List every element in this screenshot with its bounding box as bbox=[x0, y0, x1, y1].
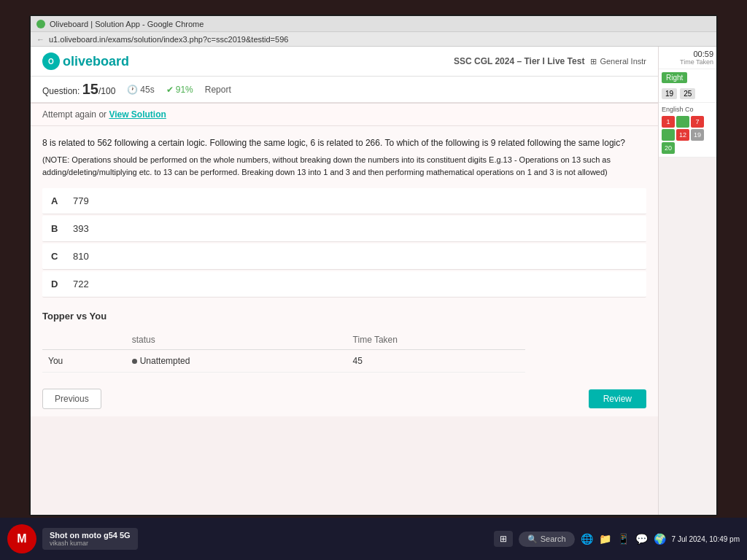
exam-title: SSC CGL 2024 – Tier I Live Test bbox=[454, 56, 584, 66]
option-value-c: 810 bbox=[73, 251, 89, 262]
english-section: English Co 1 7 12 19 20 bbox=[659, 103, 716, 158]
search-icon: 🔍 bbox=[527, 534, 538, 544]
taskbar-icons: 🌐 📁 📱 💬 🌍 bbox=[581, 533, 666, 545]
colored-boxes: 1 7 12 19 20 bbox=[662, 116, 713, 154]
option-letter-c: C bbox=[51, 251, 61, 262]
clock-icon: 🕐 bbox=[127, 85, 138, 95]
browser-addressbar: ← u1.oliveboard.in/exams/solution/index3… bbox=[31, 32, 716, 47]
taskbar-icon-3: 📱 bbox=[617, 533, 630, 545]
address-bar-text[interactable]: u1.oliveboard.in/exams/solution/index3.p… bbox=[49, 35, 288, 44]
options-area: A 779 B 393 C 810 D 722 bbox=[31, 185, 658, 302]
previous-button[interactable]: Previous bbox=[42, 389, 101, 409]
total-questions: 100 bbox=[101, 86, 115, 96]
question-note: (NOTE: Operations should be performed on… bbox=[42, 154, 646, 178]
right-stats: Right 19 25 bbox=[659, 69, 716, 103]
logo-text: oliveboard bbox=[63, 54, 129, 69]
right-label: Right bbox=[662, 72, 687, 83]
row-status: Unattempted bbox=[126, 350, 347, 373]
taskbar-time: 7 Jul 2024, 10:49 pm bbox=[672, 535, 740, 543]
taskbar-icon-5: 🌍 bbox=[654, 533, 666, 545]
row-label: You bbox=[42, 350, 126, 373]
num-box-2: 25 bbox=[680, 88, 695, 99]
option-letter-a: A bbox=[51, 195, 61, 206]
content-area: O oliveboard SSC CGL 2024 – Tier I Live … bbox=[31, 47, 716, 515]
review-button[interactable]: Review bbox=[589, 389, 646, 408]
taskbar-icon-2: 📁 bbox=[599, 533, 611, 545]
right-numbers: 19 25 bbox=[662, 88, 713, 99]
question-bar: Question: 15/100 🕐 45s ✔ 91% Report bbox=[31, 77, 658, 103]
topper-title: Topper vs You bbox=[42, 311, 646, 322]
view-solution-link[interactable]: View Solution bbox=[109, 109, 166, 120]
taskbar-search[interactable]: 🔍 Search bbox=[519, 532, 575, 547]
option-row-d[interactable]: D 722 bbox=[42, 271, 646, 298]
start-button[interactable]: ⊞ bbox=[494, 531, 513, 547]
timer-value: 45s bbox=[140, 85, 154, 95]
grid-icon: ⊞ bbox=[590, 57, 597, 66]
app-header: O oliveboard SSC CGL 2024 – Tier I Live … bbox=[31, 47, 658, 77]
right-timer-value: 00:59 bbox=[662, 50, 713, 58]
cbox-5: 12 bbox=[676, 129, 689, 141]
right-timer-label: Time Taken bbox=[662, 58, 713, 66]
taskbar-icon-1: 🌐 bbox=[581, 533, 593, 545]
motorola-logo: M bbox=[7, 524, 36, 553]
browser-titlebar: Oliveboard | Solution App - Google Chrom… bbox=[31, 16, 716, 32]
back-arrow-icon[interactable]: ← bbox=[36, 35, 44, 44]
question-main-text: 8 is related to 562 following a certain … bbox=[42, 136, 646, 149]
snapshot-subtitle: vikash kumar bbox=[50, 540, 131, 547]
english-label: English Co bbox=[662, 106, 713, 113]
right-panel: > 00:59 Time Taken Right 19 25 English C… bbox=[658, 47, 716, 515]
accuracy-badge: ✔ 91% bbox=[166, 85, 193, 95]
browser-tab-title: Oliveboard | Solution App - Google Chrom… bbox=[50, 20, 204, 28]
option-row-b[interactable]: B 393 bbox=[42, 216, 646, 242]
report-link[interactable]: Report bbox=[205, 85, 231, 95]
logo-area: O oliveboard bbox=[42, 52, 129, 70]
taskbar-icon-4: 💬 bbox=[635, 533, 648, 545]
attempt-bar: Attempt again or View Solution bbox=[31, 103, 658, 126]
cbox-4 bbox=[662, 129, 675, 141]
logo-icon: O bbox=[42, 52, 60, 70]
cbox-2 bbox=[676, 116, 689, 128]
timer-section: 00:59 Time Taken bbox=[659, 47, 716, 69]
topper-table: status Time Taken You Unattempted 45 bbox=[42, 330, 525, 373]
current-question-number: 15 bbox=[82, 81, 98, 97]
option-value-a: 779 bbox=[73, 195, 89, 206]
general-instr-button[interactable]: ⊞ General Instr bbox=[590, 57, 646, 66]
question-text: 8 is related to 562 following a certain … bbox=[31, 126, 658, 185]
check-icon: ✔ bbox=[166, 85, 174, 95]
num-box-1: 19 bbox=[662, 88, 677, 99]
main-panel: O oliveboard SSC CGL 2024 – Tier I Live … bbox=[31, 47, 658, 515]
browser-favicon bbox=[36, 20, 45, 28]
general-instr-label: General Instr bbox=[600, 57, 646, 66]
option-value-b: 393 bbox=[73, 223, 89, 234]
status-dot bbox=[132, 359, 137, 364]
option-row-a[interactable]: A 779 bbox=[42, 188, 646, 214]
question-label: Question: 15/100 bbox=[42, 81, 115, 98]
row-time: 45 bbox=[347, 350, 526, 373]
table-row: You Unattempted 45 bbox=[42, 350, 525, 373]
snapshot-notification[interactable]: Shot on moto g54 5G vikash kumar bbox=[42, 528, 138, 550]
topper-section: Topper vs You status Time Taken You bbox=[31, 302, 658, 381]
option-value-d: 722 bbox=[73, 279, 89, 289]
cbox-3: 7 bbox=[691, 116, 704, 128]
timer-badge: 🕐 45s bbox=[127, 85, 154, 95]
header-right: SSC CGL 2024 – Tier I Live Test ⊞ Genera… bbox=[454, 56, 646, 66]
cbox-7: 20 bbox=[662, 142, 675, 154]
nav-buttons: Previous Review bbox=[31, 381, 658, 416]
taskbar: M Shot on moto g54 5G vikash kumar ⊞ 🔍 S… bbox=[0, 518, 747, 560]
attempt-text: Attempt again or bbox=[42, 109, 107, 120]
col-header-time: Time Taken bbox=[347, 330, 526, 350]
search-label: Search bbox=[541, 534, 566, 543]
col-header-status: status bbox=[126, 330, 347, 350]
panel-expand-toggle[interactable]: > bbox=[658, 234, 659, 263]
option-row-c[interactable]: C 810 bbox=[42, 244, 646, 270]
option-letter-b: B bbox=[51, 223, 61, 234]
cbox-1: 1 bbox=[662, 116, 675, 128]
cbox-6: 19 bbox=[691, 129, 704, 141]
option-letter-d: D bbox=[51, 279, 61, 289]
col-header-label bbox=[42, 330, 126, 350]
snapshot-title: Shot on moto g54 5G bbox=[50, 531, 131, 540]
accuracy-value: 91% bbox=[176, 85, 193, 95]
